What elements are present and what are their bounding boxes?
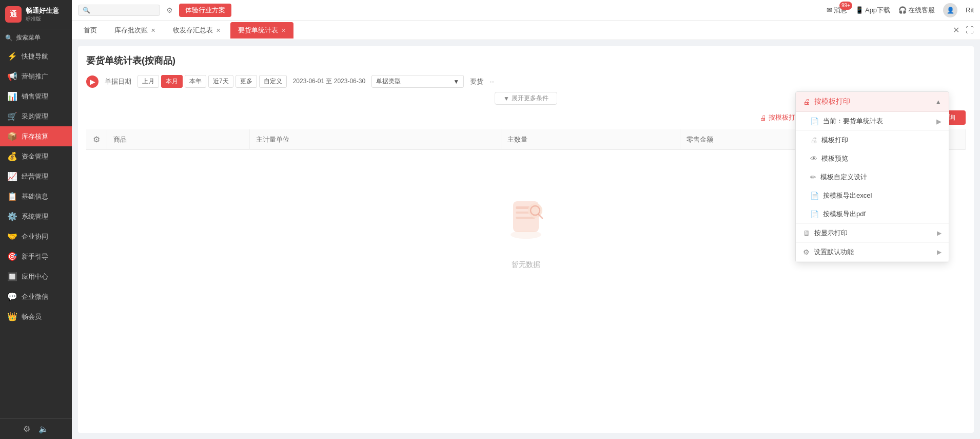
date-options: 上月 本月 本年 近7天 更多 自定义 xyxy=(138,75,287,88)
template-preview-item[interactable]: 👁 模板预览 xyxy=(796,149,949,168)
phone-icon: 📱 xyxy=(855,6,864,14)
sidebar-item-wechat[interactable]: 💬 企业微信 xyxy=(0,287,72,307)
filter-bar: ▶ 单据日期 上月 本月 本年 近7天 更多 自定义 2023-06-01 至 … xyxy=(86,75,966,88)
order-goods-label: 要货 xyxy=(470,77,483,86)
filter-extra-dots[interactable]: ··· xyxy=(489,78,495,85)
topbar: 🔍 ⚙ 体验行业方案 ✉ 消息 99+ 📱 App下载 🎧 在线客服 👤 Rit xyxy=(72,0,980,21)
logo-icon: 通 xyxy=(5,6,22,23)
username[interactable]: Rit xyxy=(966,6,974,14)
sidebar-item-marketing[interactable]: 📢 营销推广 xyxy=(0,66,72,86)
template-print-item[interactable]: 🖨 模板打印 xyxy=(796,131,949,149)
tab-order-stats[interactable]: 要货单统计表 ✕ xyxy=(230,22,293,39)
current-template-item[interactable]: 📄 当前：要货单统计表 ▶ xyxy=(796,112,949,130)
display-print-group: 🖥 按显示打印 ▶ xyxy=(796,224,949,243)
operations-icon: 📈 xyxy=(7,171,17,181)
table-settings-icon[interactable]: ⚙ xyxy=(93,135,100,144)
tabs-right-controls: ✕ ⛶ xyxy=(951,24,976,36)
template-custom-icon: ✏ xyxy=(810,173,816,181)
sidebar-item-collab[interactable]: 🤝 企业协同 xyxy=(0,226,72,246)
trial-button[interactable]: 体验行业方案 xyxy=(179,4,231,17)
order-type-select[interactable]: 单据类型 ▼ xyxy=(371,75,464,88)
avatar[interactable]: 👤 xyxy=(943,3,957,17)
sidebar-search[interactable]: 🔍 搜索菜单 xyxy=(0,29,72,46)
date-btn-7days[interactable]: 近7天 xyxy=(208,75,233,88)
date-btn-more[interactable]: 更多 xyxy=(236,75,257,88)
sidebar-item-sales[interactable]: 📊 销售管理 xyxy=(0,86,72,106)
sidebar-item-inventory[interactable]: 📦 库存核算 xyxy=(0,126,72,146)
tab-batch-account[interactable]: 库存批次账 ✕ xyxy=(107,22,163,39)
export-pdf-item[interactable]: 📄 按模板导出pdf xyxy=(796,205,949,223)
current-template-section: 📄 当前：要货单统计表 ▶ xyxy=(796,112,949,131)
sidebar-item-basic[interactable]: 📋 基础信息 xyxy=(0,186,72,206)
table-col-settings[interactable]: ⚙ xyxy=(86,129,107,150)
wechat-icon: 💬 xyxy=(7,292,17,301)
logo-text: 畅通好生意 标准版 xyxy=(26,6,59,23)
print-dropdown-popup: 🖨 按模板打印 ▲ 📄 当前：要货单统计表 ▶ xyxy=(795,91,949,262)
expand-conditions-button[interactable]: ▼ 展开更多条件 xyxy=(495,92,557,105)
set-default-arrow: ▶ xyxy=(937,249,942,256)
display-print-header[interactable]: 🖥 按显示打印 ▶ xyxy=(796,224,949,242)
sidebar-item-system[interactable]: ⚙️ 系统管理 xyxy=(0,206,72,226)
set-default-group: ⚙ 设置默认功能 ▶ xyxy=(796,243,949,262)
page-title: 要货单统计表(按商品) xyxy=(86,54,966,67)
table-col-goods: 商品 xyxy=(107,129,249,150)
basic-icon: 📋 xyxy=(7,192,17,201)
guide-icon: 🎯 xyxy=(7,252,17,261)
close-tab-batch-account[interactable]: ✕ xyxy=(151,27,155,34)
close-tab-order-stats[interactable]: ✕ xyxy=(281,27,286,34)
template-custom-item[interactable]: ✏ 模板自定义设计 xyxy=(796,168,949,186)
date-btn-custom[interactable]: 自定义 xyxy=(259,75,287,88)
sidebar-item-operations[interactable]: 📈 经营管理 xyxy=(0,166,72,186)
chevron-right-icon: ▶ xyxy=(936,118,942,125)
online-service-button[interactable]: 🎧 在线客服 xyxy=(898,6,935,15)
app-download-button[interactable]: 📱 App下载 xyxy=(855,6,890,15)
filter-toggle-button[interactable]: ▶ xyxy=(86,75,99,88)
empty-text: 暂无数据 xyxy=(512,260,540,270)
quick-nav-icon: ⚡ xyxy=(7,51,17,61)
sales-icon: 📊 xyxy=(7,91,17,101)
sidebar-item-finance[interactable]: 💰 资金管理 xyxy=(0,146,72,166)
display-print-arrow: ▶ xyxy=(937,230,942,237)
topbar-gear-icon[interactable]: ⚙ xyxy=(166,6,173,14)
empty-icon xyxy=(500,191,552,252)
sidebar-item-quick-nav[interactable]: ⚡ 快捷导航 xyxy=(0,46,72,66)
chevron-up-icon: ▲ xyxy=(935,98,942,106)
expand-icon: ▼ xyxy=(503,95,509,102)
export-excel-item[interactable]: 📄 按模板导出excel xyxy=(796,186,949,205)
set-default-header[interactable]: ⚙ 设置默认功能 ▶ xyxy=(796,243,949,261)
date-btn-this-month[interactable]: 本月 xyxy=(161,75,183,88)
dropdown-header[interactable]: 🖨 按模板打印 ▲ xyxy=(796,92,949,112)
maximize-button[interactable]: ⛶ xyxy=(964,25,976,36)
close-tab-receipts[interactable]: ✕ xyxy=(216,27,221,34)
date-btn-last-month[interactable]: 上月 xyxy=(138,75,159,88)
date-btn-this-year[interactable]: 本年 xyxy=(185,75,206,88)
sidebar-nav: ⚡ 快捷导航 📢 营销推广 📊 销售管理 🛒 采购管理 📦 库存核算 💰 资金管… xyxy=(0,46,72,418)
tab-home[interactable]: 首页 xyxy=(76,22,105,39)
inventory-icon: 📦 xyxy=(7,131,17,141)
sidebar-item-guide[interactable]: 🎯 新手引导 xyxy=(0,246,72,266)
headset-icon: 🎧 xyxy=(898,6,907,14)
display-print-group-icon: 🖥 xyxy=(803,229,810,237)
sidebar-bottom: ⚙ 🔈 xyxy=(0,418,72,439)
export-pdf-icon: 📄 xyxy=(810,210,819,218)
current-template-icon: 📄 xyxy=(810,117,819,125)
audio-icon[interactable]: 🔈 xyxy=(38,424,49,434)
tabs-bar: 首页 库存批次账 ✕ 收发存汇总表 ✕ 要货单统计表 ✕ ✕ ⛶ xyxy=(72,21,980,40)
printer-icon: 🖨 xyxy=(760,114,767,122)
sidebar-item-member[interactable]: 👑 畅会员 xyxy=(0,307,72,327)
messages-button[interactable]: ✉ 消息 99+ xyxy=(827,6,847,15)
set-default-group-icon: ⚙ xyxy=(803,248,810,256)
topbar-right: ✉ 消息 99+ 📱 App下载 🎧 在线客服 👤 Rit xyxy=(827,3,974,17)
sidebar-item-apps[interactable]: 🔲 应用中心 xyxy=(0,266,72,287)
marketing-icon: 📢 xyxy=(7,71,17,81)
page-area: 要货单统计表(按商品) ▶ 单据日期 上月 本月 本年 近7天 更多 自定义 2… xyxy=(72,40,980,439)
topbar-search[interactable]: 🔍 xyxy=(78,5,160,16)
chevron-down-icon: ▼ xyxy=(453,78,459,85)
purchase-icon: 🛒 xyxy=(7,111,17,121)
table-col-quantity: 主数量 xyxy=(501,129,680,150)
tab-receipts-summary[interactable]: 收发存汇总表 ✕ xyxy=(165,22,228,39)
date-filter-label: 单据日期 xyxy=(105,77,131,86)
settings-bottom-icon[interactable]: ⚙ xyxy=(23,424,30,434)
close-all-tabs-button[interactable]: ✕ xyxy=(951,24,962,36)
sidebar-item-purchase[interactable]: 🛒 采购管理 xyxy=(0,106,72,126)
